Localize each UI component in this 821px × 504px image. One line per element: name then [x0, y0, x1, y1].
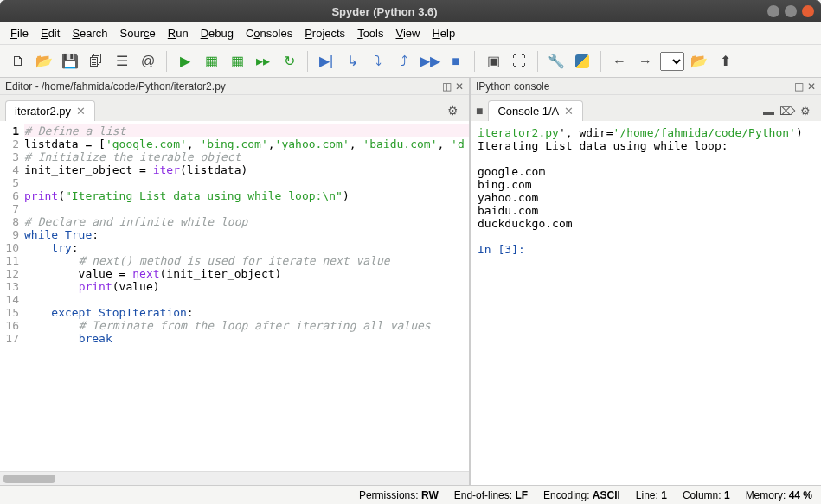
line-gutter: 1234567891011121314151617 [0, 121, 24, 471]
console-runfile: iterator2.py [478, 126, 559, 139]
menu-projects[interactable]: Projects [299, 25, 350, 41]
run-cell-advance-icon[interactable]: ▦ [226, 50, 248, 73]
step-into-icon[interactable]: ⤵ [367, 50, 389, 73]
menu-view[interactable]: View [390, 25, 425, 41]
status-column: Column: 1 [683, 489, 730, 501]
separator [537, 51, 538, 72]
console-pane-title: IPython console [476, 80, 794, 93]
stop-debug-icon[interactable]: ■ [445, 50, 467, 73]
console-clear-icon[interactable]: ⌦ [779, 105, 795, 118]
at-icon[interactable]: @ [137, 50, 159, 73]
console-tab[interactable]: Console 1/A ✕ [488, 100, 583, 121]
status-encoding: Encoding: ASCII [543, 489, 620, 501]
run-icon[interactable]: ▶ [174, 50, 196, 73]
editor-pane: Editor - /home/fahmida/code/Python/itera… [0, 78, 471, 485]
forward-icon[interactable]: → [634, 50, 657, 73]
new-file-icon[interactable]: 🗋 [7, 50, 29, 73]
menu-edit[interactable]: Edit [35, 25, 65, 41]
save-all-icon[interactable]: 🗐 [85, 50, 107, 73]
menubar: File Edit Search Source Run Debug Consol… [0, 22, 821, 45]
dock-icon[interactable]: ◫ [442, 80, 452, 93]
separator [307, 51, 308, 72]
code-area[interactable]: # Define a listlistdata = ['google.com',… [24, 121, 469, 471]
console-lines: google.com bing.com yahoo.com baidu.com … [478, 165, 573, 230]
console-out-header: Iterating List data using while loop: [478, 139, 728, 152]
console-pane-header: IPython console ◫✕ [471, 78, 821, 95]
menu-run[interactable]: Run [163, 25, 194, 41]
close-pane-icon[interactable]: ✕ [455, 80, 464, 93]
close-tab-icon[interactable]: ✕ [564, 105, 574, 118]
status-permissions: Permissions: RW [359, 489, 439, 501]
menu-debug[interactable]: Debug [196, 25, 239, 41]
list-icon[interactable]: ☰ [111, 50, 133, 73]
menu-search[interactable]: Search [67, 25, 112, 41]
working-dir-select[interactable] [660, 52, 684, 71]
console-output[interactable]: iterator2.py)', wdir='/home/fahmida/code… [471, 121, 821, 485]
editor-tabrow: iterator2.py ✕ ⚙ [0, 95, 469, 121]
rerun-icon[interactable]: ↻ [278, 50, 300, 73]
dock-icon[interactable]: ◫ [794, 80, 804, 93]
status-line: Line: 1 [636, 489, 667, 501]
debug-icon[interactable]: ▶| [315, 50, 337, 73]
editor-pane-title: Editor - /home/fahmida/code/Python/itera… [5, 80, 442, 93]
menu-help[interactable]: Help [427, 25, 460, 41]
preferences-icon[interactable]: 🔧 [545, 50, 568, 73]
fullscreen-icon[interactable]: ⛶ [508, 50, 530, 73]
continue-icon[interactable]: ▶▶ [419, 50, 441, 73]
menu-consoles[interactable]: Consoles [241, 25, 298, 41]
separator [166, 51, 167, 72]
toolbar: 🗋 📂 💾 🗐 ☰ @ ▶ ▦ ▦ ▸▸ ↻ ▶| ↳ ⤵ ⤴ ▶▶ ■ ▣ ⛶… [0, 45, 821, 78]
close-tab-icon[interactable]: ✕ [76, 105, 86, 118]
code-editor[interactable]: 1234567891011121314151617 # Define a lis… [0, 121, 469, 471]
save-icon[interactable]: 💾 [59, 50, 81, 73]
editor-pane-header: Editor - /home/fahmida/code/Python/itera… [0, 78, 469, 95]
console-options-icon[interactable]: ⚙ [800, 105, 811, 118]
run-cell-icon[interactable]: ▦ [200, 50, 222, 73]
scrollbar-thumb[interactable] [3, 475, 55, 483]
console-stop-icon[interactable]: ■ [476, 104, 483, 118]
window-close-button[interactable] [802, 5, 814, 17]
console-tabrow: ■ Console 1/A ✕ ▬ ⌦ ⚙ [471, 95, 821, 121]
close-pane-icon[interactable]: ✕ [807, 80, 816, 93]
separator [474, 51, 475, 72]
editor-options-icon[interactable]: ⚙ [447, 104, 459, 118]
browse-dir-icon[interactable]: 📂 [688, 50, 710, 73]
open-file-icon[interactable]: 📂 [33, 50, 55, 73]
main-area: Editor - /home/fahmida/code/Python/itera… [0, 78, 821, 485]
run-selection-icon[interactable]: ▸▸ [252, 50, 274, 73]
titlebar: Spyder (Python 3.6) [0, 0, 821, 22]
separator [600, 51, 601, 72]
console-pane: IPython console ◫✕ ■ Console 1/A ✕ ▬ ⌦ ⚙… [471, 78, 821, 485]
window-title: Spyder (Python 3.6) [7, 5, 762, 18]
console-remove-icon[interactable]: ▬ [763, 105, 774, 118]
status-eol: End-of-lines: LF [454, 489, 528, 501]
parent-dir-icon[interactable]: ⬆ [714, 50, 736, 73]
menu-tools[interactable]: Tools [352, 25, 388, 41]
editor-h-scrollbar[interactable] [0, 471, 469, 485]
step-icon[interactable]: ↳ [341, 50, 363, 73]
menu-file[interactable]: File [5, 25, 34, 41]
back-icon[interactable]: ← [608, 50, 631, 73]
status-memory: Memory: 44 % [746, 489, 812, 501]
editor-tab-label: iterator2.py [15, 105, 71, 118]
menu-source[interactable]: Source [115, 25, 161, 41]
window-maximize-button[interactable] [785, 5, 797, 17]
statusbar: Permissions: RW End-of-lines: LF Encodin… [0, 485, 821, 504]
python-path-icon[interactable] [571, 50, 593, 73]
console-tab-label: Console 1/A [497, 105, 559, 118]
window-minimize-button[interactable] [767, 5, 779, 17]
maximize-pane-icon[interactable]: ▣ [482, 50, 504, 73]
step-out-icon[interactable]: ⤴ [393, 50, 415, 73]
editor-tab[interactable]: iterator2.py ✕ [5, 100, 95, 121]
